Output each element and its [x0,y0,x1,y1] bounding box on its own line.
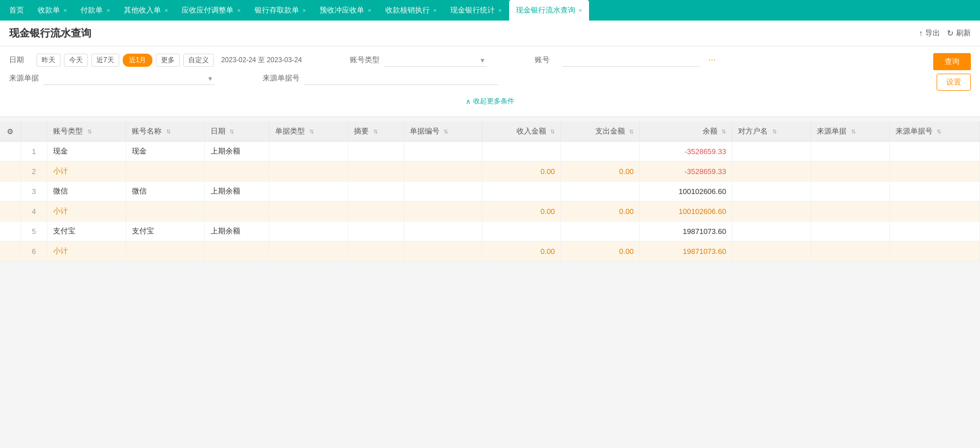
export-button[interactable]: ↑ 导出 [919,28,940,38]
collapse-bar[interactable]: ∧ 收起更多条件 [9,93,971,110]
th-income[interactable]: 收入金额 ⇅ [482,122,561,142]
cell-date [204,162,269,181]
cell-balance: 19871073.60 [640,221,732,241]
cell-expense [561,181,640,201]
cell-balance: -3528659.33 [640,142,732,162]
th-gear[interactable]: ⚙ [0,122,21,142]
close-icon[interactable]: × [164,7,168,14]
cell-income [482,181,561,201]
nav-item-other-income[interactable]: 其他收入单 × [117,0,175,21]
nav-item-adjustment[interactable]: 应收应付调整单 × [175,0,247,21]
cell-source-doc [811,142,890,162]
cell-summary [348,181,404,201]
cell-counterparty [732,142,811,162]
sort-icon: ⇅ [937,128,941,135]
cell-date [204,241,269,261]
table-row: 2 小计 0.00 0.00 -3528659.33 [0,162,980,181]
table-body: 1 现金 现金 上期余额 -3528659.33 2 小计 0.00 0.00 … [0,142,980,261]
sort-icon: ⇅ [166,128,171,135]
cell-balance: 19871073.60 [640,241,732,261]
query-button[interactable]: 查询 [933,53,971,70]
row-gear-cell[interactable] [0,162,21,181]
nav-item-cash-bank-stats[interactable]: 现金银行统计 × [443,0,509,21]
close-icon[interactable]: × [498,7,502,14]
th-account-type[interactable]: 账号类型 ⇅ [47,122,126,142]
th-date[interactable]: 日期 ⇅ [204,122,269,142]
cell-source-doc-no [889,241,979,261]
close-icon[interactable]: × [433,7,437,14]
date-btn-1month[interactable]: 近1月 [123,54,153,67]
account-type-label: 账号类型 [350,55,380,65]
source-doc-label: 来源单据 [9,73,39,83]
date-btn-custom[interactable]: 自定义 [183,54,214,67]
refresh-button[interactable]: ↻ 刷新 [947,28,971,38]
cell-source-doc-no [889,142,979,162]
cell-counterparty [732,241,811,261]
row-gear-cell[interactable] [0,181,21,201]
sort-icon: ⇅ [772,128,777,135]
cell-doc-no [404,181,482,201]
close-icon[interactable]: × [579,7,582,14]
th-doc-type[interactable]: 单据类型 ⇅ [269,122,348,142]
cell-expense: 0.00 [561,162,640,181]
close-icon[interactable]: × [303,7,306,14]
cell-account-name: 现金 [126,142,205,162]
cell-account-name: 支付宝 [126,221,205,241]
table-row: 1 现金 现金 上期余额 -3528659.33 [0,142,980,162]
th-doc-no[interactable]: 单据编号 ⇅ [404,122,482,142]
cell-source-doc [811,221,890,241]
th-source-doc-no[interactable]: 来源单据号 ⇅ [889,122,979,142]
th-source-doc[interactable]: 来源单据 ⇅ [811,122,890,142]
cell-source-doc [811,241,890,261]
cell-counterparty [732,181,811,201]
collapse-up-icon: ∧ [466,98,471,106]
row-gear-cell[interactable] [0,221,21,241]
date-btn-7days[interactable]: 近7天 [91,54,119,67]
cell-counterparty [732,162,811,181]
cell-income: 0.00 [482,201,561,221]
th-counterparty[interactable]: 对方户名 ⇅ [732,122,811,142]
cell-balance: -3528659.33 [640,162,732,181]
nav-item-home[interactable]: 首页 [2,0,31,21]
nav-item-advance-offset[interactable]: 预收冲应收单 × [313,0,378,21]
date-btn-today[interactable]: 今天 [64,54,88,67]
account-input[interactable] [562,53,699,67]
nav-item-receipt-exec[interactable]: 收款核销执行 × [378,0,443,21]
th-account-name[interactable]: 账号名称 ⇅ [126,122,205,142]
close-icon[interactable]: × [368,7,371,14]
cell-expense [561,142,640,162]
row-gear-cell[interactable] [0,142,21,162]
cell-expense: 0.00 [561,241,640,261]
nav-item-receipt[interactable]: 收款单 × [31,0,74,21]
sort-icon: ⇅ [550,128,555,135]
row-gear-cell[interactable] [0,241,21,261]
cell-summary [348,221,404,241]
settings-button[interactable]: 设置 [937,74,971,91]
export-icon: ↑ [919,29,923,38]
cell-expense [561,221,640,241]
account-type-select[interactable] [384,53,487,67]
nav-item-bank-deposit[interactable]: 银行存取款单 × [248,0,313,21]
nav-item-cash-bank-flow[interactable]: 现金银行流水查询 × [509,0,589,21]
gear-icon[interactable]: ⚙ [7,127,14,136]
date-btn-yesterday[interactable]: 昨天 [37,54,61,67]
close-icon[interactable]: × [106,7,110,14]
row-number: 1 [21,142,47,162]
row-gear-cell[interactable] [0,201,21,221]
source-doc-no-input[interactable] [304,71,498,85]
date-btn-more[interactable]: 更多 [156,54,180,67]
close-icon[interactable]: × [237,7,240,14]
th-summary[interactable]: 摘要 ⇅ [348,122,404,142]
cell-date [204,201,269,221]
page-header: 现金银行流水查询 ↑ 导出 ↻ 刷新 [0,21,980,46]
th-balance[interactable]: 余额 ⇅ [640,122,732,142]
th-expense[interactable]: 支出金额 ⇅ [561,122,640,142]
sort-icon: ⇅ [229,128,234,135]
cell-counterparty [732,221,811,241]
cell-doc-no [404,221,482,241]
close-icon[interactable]: × [63,7,67,14]
nav-item-payment[interactable]: 付款单 × [74,0,116,21]
source-doc-select[interactable] [43,71,215,85]
cell-account-type: 小计 [47,241,126,261]
account-dots-button[interactable]: ··· [704,55,720,65]
